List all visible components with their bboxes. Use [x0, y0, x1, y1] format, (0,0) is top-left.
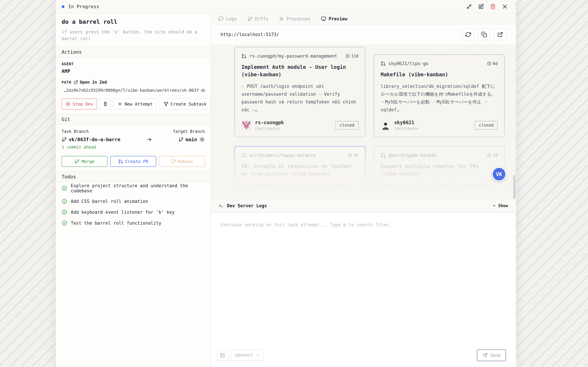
agent-value: AMP	[61, 68, 205, 74]
url-input[interactable]: http://localhost:5173/	[221, 32, 279, 37]
card-body: ![screenshot 2025-10-03 at 13.13.48.png]…	[242, 182, 358, 199]
open-external-button[interactable]	[494, 28, 506, 41]
card-author: rs-cuongph	[255, 120, 284, 125]
tab-processes[interactable]: Processes	[279, 16, 311, 21]
card-repo: sky0621/tips-go	[389, 61, 428, 66]
edit-task-icon[interactable]	[478, 4, 484, 9]
card-title: Makefile (vibe-kanban)	[380, 71, 498, 78]
send-button[interactable]: Send	[477, 349, 506, 361]
merge-button[interactable]: Merge	[61, 156, 108, 167]
attach-image-button[interactable]	[217, 350, 228, 361]
card-age: 2d	[493, 153, 498, 158]
todo-item: Add keyboard event listener for 'b' key	[61, 209, 205, 215]
stop-record-icon	[66, 102, 70, 106]
tab-diffs[interactable]: Diffs	[247, 16, 268, 21]
card-age: 11d	[351, 54, 358, 58]
minimize-icon[interactable]	[466, 4, 472, 9]
clock-icon	[487, 61, 491, 66]
git-section: Task Branch Target Branch vk/063f-do-a-b…	[56, 125, 211, 171]
task-branch[interactable]: vk/063f-do-a-barre	[61, 137, 120, 142]
card-column-right: sky0621/tips-go6dMakefile (vibe-kanban)l…	[374, 54, 505, 199]
card-body: library_selection/db_migration/sqldef 配下…	[380, 83, 498, 114]
refresh-button[interactable]	[462, 28, 474, 41]
external-link-icon	[497, 32, 503, 37]
check-circle-icon	[61, 209, 67, 215]
tab-preview[interactable]: Preview	[321, 16, 347, 21]
fork-icon	[164, 102, 168, 106]
card-title: Support multiple remotes for PRs (vibe-k…	[380, 163, 498, 178]
arrow-right-icon	[120, 137, 178, 142]
task-branch-label: Task Branch	[61, 129, 89, 134]
todo-item: Test the barrel roll functionality	[61, 220, 205, 226]
open-in-zed-link[interactable]: Open in Zed	[74, 80, 107, 85]
card-author-role: Contributor	[255, 126, 284, 131]
tab-logs[interactable]: Logs	[218, 16, 237, 21]
rotate-icon	[171, 159, 175, 164]
pull-request-icon	[118, 159, 123, 164]
vibe-kanban-logo[interactable]: VK	[492, 167, 506, 181]
new-attempt-button[interactable]: New Attempt	[113, 99, 157, 109]
dev-logs-button[interactable]	[100, 99, 111, 109]
dev-server-logs-bar: Dev Server Logs Show	[211, 199, 516, 213]
worktree-path: …2dz0k7n62z93299r0000gn/T/vibe-kanban/wo…	[61, 88, 205, 93]
task-summary: do a barrel roll if users press the 'b' …	[56, 14, 211, 47]
create-pr-button[interactable]: Create PR	[110, 156, 156, 167]
target-branch[interactable]: main	[179, 137, 197, 142]
task-dialog: In Progress do a barrel roll if users pr…	[56, 0, 516, 367]
dialog-header: In Progress	[56, 0, 516, 14]
copy-url-button[interactable]	[478, 28, 490, 41]
profile-select[interactable]: DEFAULT	[231, 350, 264, 361]
agent-label: AGENT	[61, 62, 205, 66]
show-logs-toggle[interactable]: Show	[492, 203, 508, 208]
card-age: 3d	[354, 153, 358, 158]
scroll-icon	[103, 102, 108, 106]
window-controls	[466, 4, 508, 9]
sidebar: do a barrel roll if users press the 'b' …	[56, 14, 211, 367]
card-column-left: rs-cuongph/my-password-management11dImpl…	[234, 47, 365, 199]
branch-settings-gear-icon[interactable]	[199, 137, 205, 142]
preview-url-bar: http://localhost:5173/	[211, 25, 516, 44]
stop-dev-button[interactable]: Stop Dev	[61, 99, 97, 109]
plus-icon	[118, 102, 122, 106]
pr-card[interactable]: alcibiadesc/happy-balance3dUX: Arregla e…	[234, 146, 365, 199]
pull-request-icon	[380, 61, 386, 66]
status-badge: closed	[336, 121, 358, 129]
status-dot-icon	[61, 5, 64, 8]
avatar	[242, 120, 251, 130]
chevron-up-icon	[492, 204, 496, 208]
card-repo: gburch/gybe-kanban	[389, 153, 436, 158]
preview-scrollbar[interactable]	[513, 175, 515, 199]
section-header-todos: Todos	[56, 171, 211, 182]
pull-request-icon	[380, 153, 386, 158]
task-description: if users press the 'b' button, the site …	[61, 29, 205, 42]
create-subtask-button[interactable]: Create Subtask	[160, 99, 211, 109]
gear-icon	[279, 16, 284, 21]
attempt-panel: LogsDiffsProcessesPreview http://localho…	[211, 14, 516, 367]
status-badge: closed	[475, 121, 498, 129]
git-branch-icon	[75, 159, 79, 164]
pr-card[interactable]: sky0621/tips-go6dMakefile (vibe-kanban)l…	[374, 54, 505, 137]
section-header-actions: Actions	[56, 47, 211, 58]
check-circle-icon	[61, 220, 67, 226]
check-circle-icon	[61, 199, 67, 204]
refresh-icon	[465, 32, 471, 37]
close-icon[interactable]	[502, 4, 508, 9]
copy-icon	[481, 32, 487, 37]
avatar	[380, 120, 390, 130]
message-composer: Continue working on this task attempt...…	[211, 213, 516, 367]
card-body: - POST /auth/login endpoint với username…	[242, 83, 358, 114]
task-title: do a barrel roll	[61, 18, 205, 25]
dev-logs-title: Dev Server Logs	[227, 203, 267, 208]
external-link-icon	[74, 80, 78, 84]
delete-task-icon[interactable]	[490, 4, 496, 9]
todo-item: Explore project structure and understand…	[61, 183, 205, 193]
chat-icon	[218, 16, 224, 21]
branch-icon	[247, 16, 252, 21]
pr-card[interactable]: rs-cuongph/my-password-management11dImpl…	[234, 47, 365, 137]
rebase-button[interactable]: Rebase	[159, 156, 205, 167]
pull-request-icon	[242, 53, 247, 58]
pr-card[interactable]: gburch/gybe-kanban2dSupport multiple rem…	[374, 146, 505, 199]
todo-item: Add CSS barrel roll animation	[61, 199, 205, 204]
composer-input[interactable]: Continue working on this task attempt...…	[211, 213, 516, 227]
chevron-down-icon	[256, 353, 260, 357]
